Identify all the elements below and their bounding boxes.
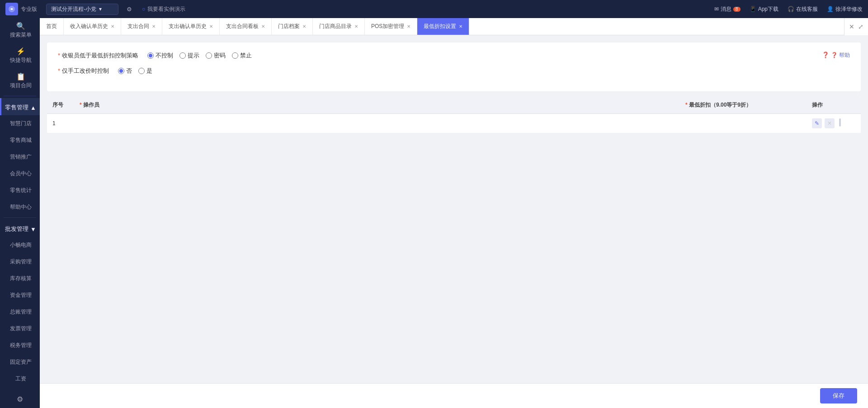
tab-home-label: 首页: [46, 23, 57, 30]
customer-service-label: 在线客服: [796, 5, 818, 13]
sidebar-item-ecommerce[interactable]: 小畅电商: [0, 237, 40, 253]
tab-payment-confirm[interactable]: 支出确认单历史 ✕: [162, 18, 220, 35]
cell-discount: [680, 114, 807, 133]
tab-payment-confirm-close[interactable]: ✕: [209, 24, 213, 29]
tab-store-file-close[interactable]: ✕: [302, 24, 306, 29]
tabs-wrapper: 首页 收入确认单历史 ✕ 支出合同 ✕ 支出确认单历史 ✕ 支出合同看板 ✕: [40, 18, 868, 35]
field2-label: 仅手工改价时控制: [58, 67, 109, 75]
content-area: 首页 收入确认单历史 ✕ 支出合同 ✕ 支出确认单历史 ✕ 支出合同看板 ✕: [40, 18, 868, 408]
sidebar-item-marketing[interactable]: 营销推广: [0, 149, 40, 165]
edit-button[interactable]: ✎: [812, 118, 822, 128]
radio-yes[interactable]: 是: [138, 67, 152, 75]
tab-expand-icon[interactable]: ⤢: [858, 23, 863, 30]
tab-home[interactable]: 首页: [40, 18, 64, 35]
radio-forbid-label: 禁止: [240, 52, 252, 60]
main-layout: 🔍 搜索菜单 ⚡ 快捷导航 📋 项目合同 零售管理 ▲ 智慧门店 零售商城 营销…: [0, 18, 868, 408]
sidebar-item-salary[interactable]: 工资: [0, 370, 40, 387]
tab-store-file[interactable]: 门店档案 ✕: [272, 18, 313, 35]
radio-remind-label: 提示: [188, 52, 199, 60]
user-menu-button[interactable]: 👤 徐泽华修改: [827, 5, 863, 13]
cell-actions: ✎ ✕: [807, 114, 861, 133]
sidebar-label-mall: 零售商城: [10, 136, 32, 144]
form-header: ❓ ❓ 帮助 收银员低于最低折扣控制策略 不控制: [58, 52, 850, 75]
sidebar-item-help[interactable]: 帮助中心: [0, 199, 40, 216]
tab-income-close[interactable]: ✕: [111, 24, 114, 29]
demo-link[interactable]: ○ 我要看实例演示: [142, 5, 185, 13]
sidebar-divider-1: [4, 96, 36, 96]
action-btns: ✎ ✕: [812, 118, 855, 128]
radio-no-input[interactable]: [118, 68, 124, 74]
logo: 专业版: [5, 3, 42, 15]
chevron-down-icon: ▼: [30, 226, 36, 233]
sidebar-item-search[interactable]: 🔍 搜索菜单: [0, 18, 40, 43]
radio-forbid-input[interactable]: [232, 52, 238, 59]
tab-payment[interactable]: 支出合同 ✕: [121, 18, 162, 35]
tab-income[interactable]: 收入确认单历史 ✕: [64, 18, 121, 35]
demo-circle-icon: ○: [142, 6, 145, 12]
sidebar-item-ledger[interactable]: 总账管理: [0, 304, 40, 320]
sidebar-label-tax: 税务管理: [10, 342, 32, 349]
form-row-1: 收银员低于最低折扣控制策略 不控制 提示: [58, 52, 850, 60]
sidebar-item-contract[interactable]: 📋 项目合同: [0, 69, 40, 94]
tab-store-file-label: 门店档案: [278, 23, 300, 30]
sidebar-label-marketing: 营销推广: [10, 153, 32, 161]
tab-pos-pwd[interactable]: POS加密管理 ✕: [365, 18, 417, 35]
project-selector[interactable]: 测试分开流程-小党 ▾: [46, 4, 118, 15]
save-button[interactable]: 保存: [820, 388, 857, 403]
sidebar-item-stats[interactable]: 零售统计: [0, 182, 40, 199]
topbar-settings-button[interactable]: ⚙: [123, 3, 136, 15]
radio-no-control[interactable]: 不控制: [147, 52, 173, 60]
sidebar-item-inventory[interactable]: 库存核算: [0, 270, 40, 287]
radio-forbid[interactable]: 禁止: [232, 52, 252, 60]
settings-icon: ⚙: [17, 395, 23, 403]
sidebar-item-smartshop[interactable]: 智慧门店: [0, 115, 40, 132]
field1-label: 收银员低于最低折扣控制策略: [58, 52, 138, 60]
sidebar-label-smartshop: 智慧门店: [10, 120, 32, 127]
sidebar: 🔍 搜索菜单 ⚡ 快捷导航 📋 项目合同 零售管理 ▲ 智慧门店 零售商城 营销…: [0, 18, 40, 408]
radio-password[interactable]: 密码: [206, 52, 226, 60]
tab-payment-close[interactable]: ✕: [152, 24, 156, 29]
topbar: 专业版 测试分开流程-小党 ▾ ⚙ ○ 我要看实例演示 ✉ 消息 8 📱 App…: [0, 0, 868, 18]
app-download-button[interactable]: 📱 App下载: [750, 5, 778, 13]
discount-table: 序号 * 操作员 * 最低折扣（9.00等于9折） 操作 1: [47, 97, 861, 133]
tab-min-discount-close[interactable]: ✕: [459, 24, 462, 29]
radio-yes-label: 是: [146, 67, 152, 75]
sidebar-label-assets: 固定资产: [10, 358, 32, 366]
tab-store-catalog-close[interactable]: ✕: [354, 24, 358, 29]
sidebar-label-wholesale: 批发管理: [5, 225, 28, 233]
radio-no-control-input[interactable]: [147, 52, 154, 59]
tab-payment-board-close[interactable]: ✕: [261, 24, 265, 29]
radio-remind[interactable]: 提示: [179, 52, 199, 60]
sidebar-divider-2: [4, 217, 36, 218]
sidebar-item-nav[interactable]: ⚡ 快捷导航: [0, 43, 40, 69]
radio-password-label: 密码: [214, 52, 226, 60]
tab-close-all-icon[interactable]: ✕: [849, 23, 854, 30]
cell-seq: 1: [47, 114, 74, 133]
gear-icon: ⚙: [127, 6, 132, 13]
sidebar-item-member[interactable]: 会员中心: [0, 165, 40, 182]
sidebar-item-assets[interactable]: 固定资产: [0, 354, 40, 370]
radio-password-input[interactable]: [206, 52, 212, 59]
tab-store-catalog[interactable]: 门店商品目录 ✕: [313, 18, 365, 35]
sidebar-item-tax[interactable]: 税务管理: [0, 337, 40, 354]
table-header-row: 序号 * 操作员 * 最低折扣（9.00等于9折） 操作: [47, 97, 861, 114]
sidebar-item-purchase[interactable]: 采购管理: [0, 253, 40, 270]
message-button[interactable]: ✉ 消息 8: [714, 5, 741, 13]
sidebar-item-wholesale[interactable]: 批发管理 ▼: [0, 220, 40, 237]
radio-no[interactable]: 否: [118, 67, 132, 75]
radio-yes-input[interactable]: [138, 68, 145, 74]
sidebar-item-finance[interactable]: 资金管理: [0, 287, 40, 304]
sidebar-bottom-settings[interactable]: ⚙: [0, 390, 40, 408]
tab-payment-board[interactable]: 支出合同看板 ✕: [220, 18, 272, 35]
col-header-seq: 序号: [47, 97, 74, 114]
sidebar-item-invoice[interactable]: 发票管理: [0, 320, 40, 337]
sidebar-item-retail[interactable]: 零售管理 ▲: [0, 98, 40, 115]
delete-button[interactable]: ✕: [825, 118, 835, 128]
tab-pos-pwd-close[interactable]: ✕: [407, 24, 410, 29]
customer-service-button[interactable]: 🎧 在线客服: [788, 5, 818, 13]
cell-operator: [74, 114, 680, 133]
drag-handle[interactable]: [839, 118, 841, 127]
radio-remind-input[interactable]: [179, 52, 186, 59]
sidebar-item-mall[interactable]: 零售商城: [0, 132, 40, 149]
tab-min-discount[interactable]: 最低折扣设置 ✕: [417, 18, 469, 35]
